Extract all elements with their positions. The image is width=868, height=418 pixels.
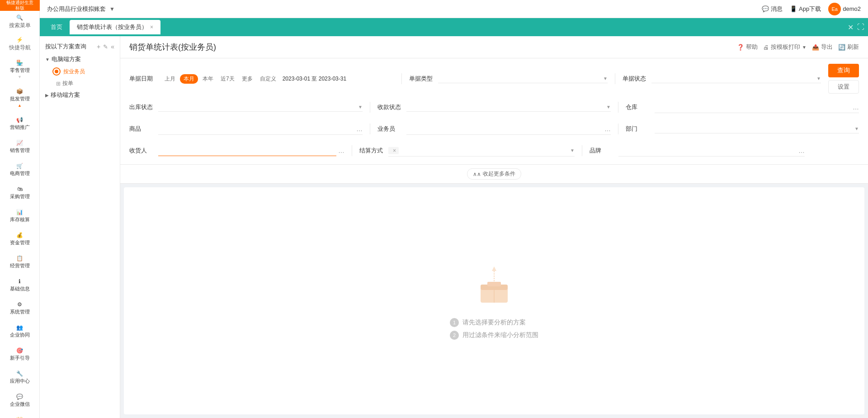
collapse-panel-btn[interactable]: « [111, 43, 114, 50]
username: demo2 [843, 5, 861, 12]
sidebar-item-sales[interactable]: 📈 销售管理 [0, 135, 39, 158]
sidebar-item-finance[interactable]: 💰 资金管理 [0, 228, 39, 251]
sidebar-item-ecommerce[interactable]: 🛒 电商管理 [0, 158, 39, 181]
filter-doc-type: 单据类型 ▼ [409, 71, 608, 87]
sidebar-item-basic-info[interactable]: ℹ 基础信息 [0, 274, 39, 297]
dots-icon[interactable]: … [798, 147, 805, 154]
sidebar-item-system[interactable]: ⚙ 系统管理 [0, 297, 39, 320]
appstore-icon: 🔧 [16, 370, 23, 377]
edit-scheme-btn[interactable]: ✎ [103, 43, 108, 50]
desktop-group-header[interactable]: ▼ 电脑端方案 [40, 53, 120, 65]
sidebar-item-guide[interactable]: 🎯 新手引导 [0, 343, 39, 366]
pay-status-select[interactable]: ▼ [406, 103, 611, 112]
messages-btn[interactable]: 💬 消息 [762, 5, 783, 13]
receiver-input[interactable] [158, 145, 336, 156]
scheme-item-salesperson[interactable]: 按业务员 [40, 65, 120, 78]
user-menu[interactable]: Ea demo2 [828, 3, 861, 15]
date-tab-more[interactable]: 更多 [239, 74, 255, 84]
sidebar-item-label: 采购管理 [10, 193, 30, 200]
divider-7 [352, 145, 352, 156]
app-download-btn[interactable]: 📱 App下载 [790, 5, 821, 13]
hint-num-1: 1 [450, 318, 459, 327]
chevron-up-icon: ▲ [18, 103, 22, 108]
sidebar-item-label: 基础信息 [10, 285, 30, 292]
dots-icon[interactable]: … [853, 104, 859, 111]
divider-8 [582, 145, 582, 156]
tab-close-btn[interactable]: × [150, 24, 153, 30]
app-logo: 畅捷通好生意标版 [0, 0, 40, 11]
date-tab-custom[interactable]: 自定义 [257, 74, 279, 84]
sidebar-item-marketing[interactable]: 📢 营销推广 [0, 112, 39, 135]
active-tab-label: 销货单统计表（按业务员） [77, 23, 147, 31]
tab-home[interactable]: 首页 [43, 20, 70, 34]
sidebar-item-retail[interactable]: 🏪 零售管理 ▼ [0, 55, 39, 84]
collapse-btn[interactable]: ∧∧ 收起更多条件 [467, 168, 521, 180]
clear-icon[interactable]: × [393, 147, 396, 154]
add-scheme-btn[interactable]: + [97, 43, 100, 50]
close-window-btn[interactable]: ✕ [848, 23, 854, 32]
home-tab-label: 首页 [51, 23, 62, 31]
filter-row-4: 收货人 … 结算方式 × [129, 142, 859, 159]
tab-sales-stats[interactable]: 销货单统计表（按业务员） × [70, 20, 160, 34]
export-btn[interactable]: 📤 导出 [812, 43, 833, 51]
sub-scheme-order[interactable]: ⊞ 按单 [40, 78, 120, 89]
sidebar: 畅捷通好生意标版 🔍 搜索菜单 ⚡ 快捷导航 🏪 零售管理 ▼ 📦 批发管理 ▲… [0, 0, 40, 418]
empty-state: 1 请先选择要分析的方案 2 用过滤条件来缩小分析范围 [124, 187, 864, 414]
query-button[interactable]: 查询 [828, 64, 859, 77]
dropdown-icon[interactable]: ▼ [109, 6, 115, 12]
tabbar-actions: ✕ ⛶ [848, 23, 864, 32]
chevron-down-icon: ▼ [570, 148, 575, 153]
wechat-icon: 💬 [16, 394, 23, 400]
sidebar-item-enterprise[interactable]: 👥 企业协同 [0, 320, 39, 343]
avatar-text: Ea [832, 6, 838, 12]
brand-select[interactable]: … [618, 145, 805, 157]
page-actions: ❓ 帮助 🖨 按模板打印 ▼ 📤 导出 🔄 [737, 43, 859, 51]
sales-icon: 📈 [16, 140, 23, 146]
sidebar-item-purchase[interactable]: 🛍 采购管理 [0, 181, 39, 204]
print-btn[interactable]: 🖨 按模板打印 ▼ [763, 43, 807, 51]
sidebar-item-wholesale[interactable]: 📦 批发管理 ▲ [0, 84, 39, 112]
phone-icon: 📱 [790, 5, 797, 12]
doc-type-select[interactable]: ▼ [438, 74, 608, 83]
sidebar-item-search[interactable]: 🔍 搜索菜单 [0, 11, 39, 33]
topbar-left: 办公用品行业模拟账套 ▼ [47, 5, 115, 13]
warehouse-select[interactable]: … [655, 102, 859, 113]
avatar: Ea [828, 3, 841, 15]
date-tab-thisyear[interactable]: 本年 [200, 74, 216, 84]
print-dropdown-icon: ▼ [802, 45, 807, 50]
mobile-group-header[interactable]: ▶ 移动端方案 [40, 89, 120, 101]
sidebar-item-operations[interactable]: 📋 经营管理 [0, 251, 39, 274]
expand-right-icon: ▶ [45, 93, 49, 98]
settlement-clear-tag[interactable]: × [388, 147, 399, 154]
dots-icon[interactable]: … [338, 147, 344, 154]
dept-select[interactable]: ▼ [655, 124, 859, 133]
filter-row-1: 单据日期 上月 本月 本年 近7天 更多 自定义 [129, 64, 859, 94]
sidebar-item-wechat[interactable]: 💬 企业微信 [0, 389, 39, 412]
settlement-select[interactable]: × ▼ [388, 145, 575, 157]
sidebar-item-label: 快捷导航 [9, 44, 31, 52]
salesperson-select[interactable]: … [406, 124, 611, 135]
filter-goods: 商品 … [129, 121, 363, 137]
sidebar-item-appstore[interactable]: 🔧 应用中心 [0, 366, 39, 389]
tabbar: 首页 销货单统计表（按业务员） × ✕ ⛶ [40, 18, 868, 36]
sidebar-item-vip[interactable]: 👑 畅会员 [0, 412, 39, 418]
refresh-btn[interactable]: 🔄 刷新 [838, 43, 859, 51]
settings-button[interactable]: 设置 [828, 80, 859, 94]
goods-select[interactable]: … [158, 124, 363, 135]
dots-icon[interactable]: … [356, 125, 363, 133]
maximize-window-btn[interactable]: ⛶ [857, 23, 864, 31]
retail-icon: 🏪 [16, 60, 23, 66]
sidebar-item-quicknav[interactable]: ⚡ 快捷导航 [0, 33, 39, 55]
dots-icon[interactable]: … [604, 125, 611, 133]
empty-hint-1: 1 请先选择要分析的方案 [450, 318, 538, 327]
mobile-group-label: 移动端方案 [51, 91, 80, 99]
help-btn[interactable]: ❓ 帮助 [737, 43, 758, 51]
sidebar-item-inventory[interactable]: 📊 库存核算 [0, 204, 39, 228]
topbar-right: 💬 消息 📱 App下载 Ea demo2 [762, 3, 861, 15]
date-tab-7days[interactable]: 近7天 [218, 74, 237, 84]
finance-icon: 💰 [16, 232, 23, 238]
doc-status-select[interactable]: ▼ [651, 74, 821, 83]
date-tab-thismonth[interactable]: 本月 [180, 74, 198, 84]
date-tab-lastmonth[interactable]: 上月 [162, 74, 178, 84]
out-status-select[interactable]: ▼ [158, 103, 363, 112]
